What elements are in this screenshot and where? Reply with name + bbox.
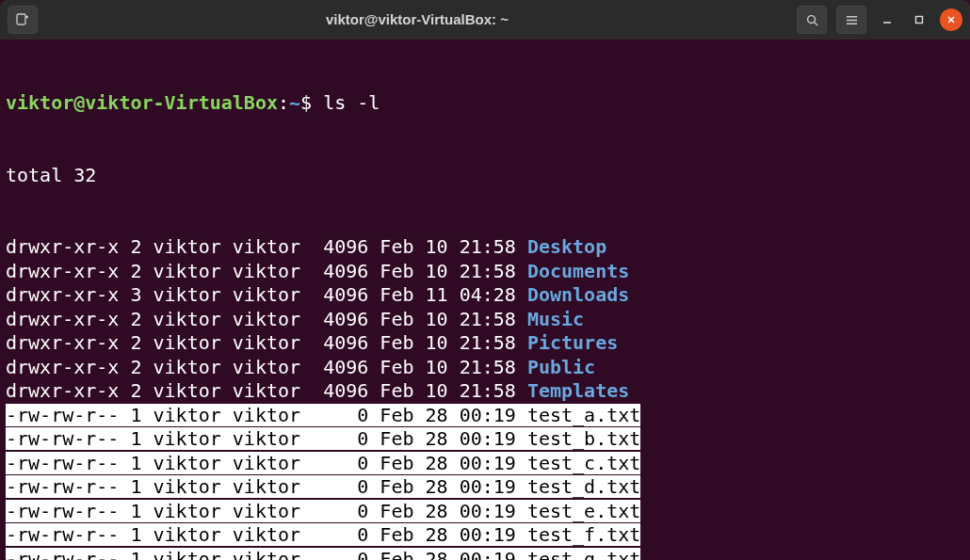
list-row: drwxr-xr-x 2 viktor viktor 4096 Feb 10 2… [6, 356, 964, 380]
selected-text: -rw-rw-r-- 1 viktor viktor 0 Feb 28 00:1… [6, 500, 640, 522]
list-row: drwxr-xr-x 2 viktor viktor 4096 Feb 10 2… [6, 260, 964, 284]
window-minimize-button[interactable] [876, 8, 898, 31]
search-button[interactable] [797, 6, 827, 34]
window-maximize-button[interactable] [908, 8, 930, 31]
svg-line-2 [814, 22, 817, 25]
list-row: -rw-rw-r-- 1 viktor viktor 0 Feb 28 00:1… [6, 523, 964, 548]
selected-text: -rw-rw-r-- 1 viktor viktor 0 Feb 28 00:1… [6, 475, 640, 498]
list-row: drwxr-xr-x 3 viktor viktor 4096 Feb 11 0… [6, 283, 964, 308]
list-row: drwxr-xr-x 2 viktor viktor 4096 Feb 10 2… [6, 331, 964, 356]
directory-name: Music [527, 308, 584, 330]
selected-text: -rw-rw-r-- 1 viktor viktor 0 Feb 28 00:1… [6, 427, 640, 450]
list-row: drwxr-xr-x 2 viktor viktor 4096 Feb 10 2… [6, 308, 964, 332]
list-row: drwxr-xr-x 2 viktor viktor 4096 Feb 10 2… [6, 235, 964, 260]
selected-text: -rw-rw-r-- 1 viktor viktor 0 Feb 28 00:1… [6, 404, 640, 426]
menu-button[interactable] [836, 6, 866, 34]
prompt-cwd: ~ [289, 91, 300, 114]
command-text: ls -l [323, 91, 380, 114]
directory-name: Public [527, 356, 595, 378]
prompt-user-host: viktor@viktor-VirtualBox [6, 91, 278, 114]
list-row: -rw-rw-r-- 1 viktor viktor 0 Feb 28 00:1… [6, 475, 964, 500]
directory-name: Desktop [527, 235, 606, 258]
window-titlebar: viktor@viktor-VirtualBox: ~ [0, 0, 970, 40]
new-tab-icon [15, 12, 30, 27]
list-row: -rw-rw-r-- 1 viktor viktor 0 Feb 28 00:1… [6, 452, 964, 476]
window-close-button[interactable] [940, 8, 962, 31]
ls-output: drwxr-xr-x 2 viktor viktor 4096 Feb 10 2… [6, 235, 964, 560]
list-row: -rw-rw-r-- 1 viktor viktor 0 Feb 28 00:1… [6, 427, 964, 452]
selected-text: -rw-rw-r-- 1 viktor viktor 0 Feb 28 00:1… [6, 452, 640, 474]
maximize-icon [913, 14, 925, 25]
list-row: drwxr-xr-x 2 viktor viktor 4096 Feb 10 2… [6, 379, 964, 404]
hamburger-icon [845, 13, 859, 27]
search-icon [805, 13, 819, 27]
directory-name: Templates [527, 379, 629, 402]
terminal-viewport[interactable]: viktor@viktor-VirtualBox:~$ ls -l total … [0, 40, 970, 560]
svg-rect-0 [17, 14, 25, 24]
directory-name: Documents [527, 260, 629, 282]
prompt-line: viktor@viktor-VirtualBox:~$ ls -l [6, 91, 964, 116]
window-title: viktor@viktor-VirtualBox: ~ [38, 8, 797, 32]
close-icon [946, 14, 957, 25]
new-tab-button[interactable] [8, 6, 38, 34]
minimize-icon [881, 14, 893, 25]
svg-point-1 [807, 15, 815, 23]
total-line: total 32 [6, 164, 964, 188]
list-row: -rw-rw-r-- 1 viktor viktor 0 Feb 28 00:1… [6, 404, 964, 428]
list-row: -rw-rw-r-- 1 viktor viktor 0 Feb 28 00:1… [6, 548, 964, 561]
directory-name: Pictures [527, 331, 618, 354]
directory-name: Downloads [527, 283, 629, 306]
selected-text: -rw-rw-r-- 1 viktor viktor 0 Feb 28 00:1… [6, 548, 640, 561]
selected-text: -rw-rw-r-- 1 viktor viktor 0 Feb 28 00:1… [6, 523, 640, 546]
list-row: -rw-rw-r-- 1 viktor viktor 0 Feb 28 00:1… [6, 500, 964, 524]
svg-rect-7 [916, 17, 923, 24]
